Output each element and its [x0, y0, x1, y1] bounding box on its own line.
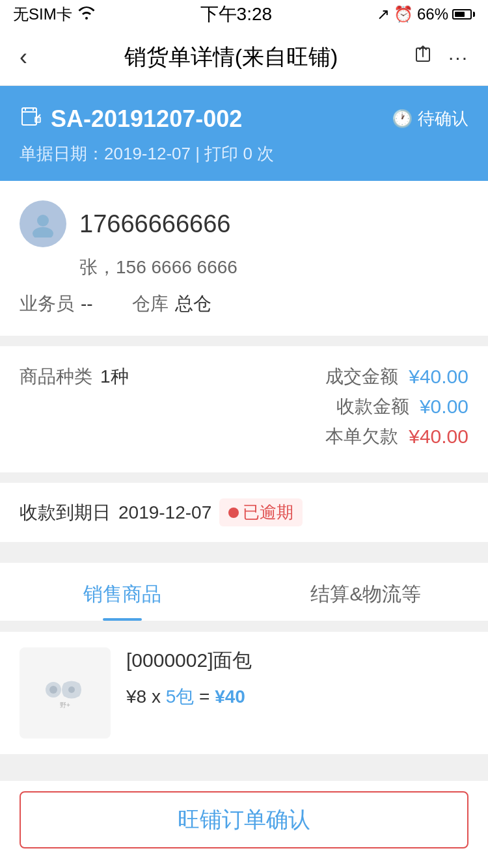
order-header: SA-20191207-002 🕐 待确认 单据日期：2019-12-07 | …: [0, 86, 488, 181]
due-date-value: 2019-12-07: [118, 502, 211, 523]
balance-row: 本单欠款 ¥40.00: [325, 424, 468, 449]
summary-section: 商品种类 1种 成交金额 ¥40.00 收款金额 ¥0.00 本单欠款 ¥40.…: [0, 346, 488, 472]
nav-actions: ···: [403, 45, 468, 69]
confirm-order-button[interactable]: 旺铺订单确认: [20, 791, 468, 848]
order-id: SA-20191207-002: [20, 104, 242, 133]
balance-value: ¥40.00: [409, 426, 468, 448]
share-icon[interactable]: [413, 45, 433, 69]
price-quantity: 5包: [166, 686, 195, 707]
more-icon[interactable]: ···: [448, 46, 468, 68]
transaction-label: 成交金额: [325, 364, 398, 389]
transaction-value: ¥40.00: [409, 366, 468, 388]
price-total: ¥40: [215, 686, 245, 707]
due-section: 收款到期日 2019-12-07 已逾期: [0, 483, 488, 542]
received-row: 收款金额 ¥0.00: [325, 394, 468, 419]
overdue-text: 已逾期: [243, 501, 293, 524]
due-date-label: 收款到期日: [20, 500, 111, 525]
bottom-bar: 旺铺订单确认: [0, 780, 488, 868]
overdue-dot-icon: [228, 508, 239, 518]
product-name: [0000002]面包: [126, 647, 468, 674]
warehouse-label: 仓库: [132, 292, 169, 316]
product-item: 野+ [0000002]面包 ¥8 x 5包 = ¥40: [0, 632, 488, 754]
salesperson-item: 业务员 --: [20, 292, 93, 316]
product-types-row: 商品种类 1种: [20, 364, 129, 389]
balance-label: 本单欠款: [325, 424, 398, 449]
clock-icon: 🕐: [392, 109, 413, 129]
customer-phone: 17666666666: [79, 210, 230, 238]
order-icon: [20, 104, 43, 133]
wifi-icon: [77, 5, 96, 23]
page-title: 销货单详情(来自旺铺): [59, 42, 403, 72]
product-types-value: 1种: [100, 364, 129, 389]
nav-bar: ‹ 销货单详情(来自旺铺) ···: [0, 29, 488, 86]
status-right: ↗ ⏰ 66%: [377, 5, 475, 23]
battery-percent: 66%: [417, 5, 448, 23]
transaction-row: 成交金额 ¥40.00: [325, 364, 468, 389]
customer-meta: 业务员 -- 仓库 总仓: [20, 292, 468, 316]
tab-sales[interactable]: 销售商品: [0, 563, 244, 621]
price-base: ¥8 x: [126, 686, 161, 707]
status-left: 无SIM卡: [13, 4, 96, 25]
product-price: ¥8 x 5包 = ¥40: [126, 685, 468, 709]
price-equals: =: [199, 686, 210, 707]
order-date: 单据日期：2019-12-07 | 打印 0 次: [20, 142, 468, 165]
received-label: 收款金额: [336, 394, 409, 419]
customer-section: 17666666666 张，156 6666 6666 业务员 -- 仓库 总仓: [0, 181, 488, 336]
tab-settlement[interactable]: 结算&物流等: [244, 563, 488, 621]
customer-name: 张，156 6666 6666: [20, 255, 468, 280]
summary-left: 商品种类 1种: [20, 364, 129, 389]
svg-rect-1: [22, 108, 36, 125]
warehouse-item: 仓库 总仓: [132, 292, 211, 316]
salesperson-value: --: [81, 293, 93, 314]
battery-icon: [452, 9, 475, 20]
location-icon: ↗: [377, 5, 390, 23]
back-button[interactable]: ‹: [20, 44, 59, 71]
svg-point-6: [49, 686, 57, 694]
svg-point-3: [37, 215, 49, 226]
svg-point-4: [33, 227, 53, 237]
salesperson-label: 业务员: [20, 292, 74, 316]
product-image: 野+: [20, 647, 111, 739]
tabs: 销售商品 结算&物流等: [0, 563, 488, 621]
svg-point-7: [68, 686, 75, 693]
product-types-label: 商品种类: [20, 364, 92, 389]
product-info: [0000002]面包 ¥8 x 5包 = ¥40: [126, 647, 468, 709]
overdue-badge: 已逾期: [219, 498, 303, 526]
svg-rect-2: [35, 117, 40, 122]
summary-right: 成交金额 ¥40.00 收款金额 ¥0.00 本单欠款 ¥40.00: [325, 364, 468, 454]
avatar: [20, 200, 66, 247]
carrier-text: 无SIM卡: [13, 4, 72, 25]
svg-text:野+: 野+: [60, 701, 70, 709]
alarm-icon: ⏰: [394, 5, 413, 23]
received-value: ¥0.00: [420, 396, 468, 418]
order-status: 🕐 待确认: [392, 107, 468, 130]
warehouse-value: 总仓: [175, 292, 211, 316]
status-time: 下午3:28: [200, 2, 273, 27]
status-bar: 无SIM卡 下午3:28 ↗ ⏰ 66%: [0, 0, 488, 29]
